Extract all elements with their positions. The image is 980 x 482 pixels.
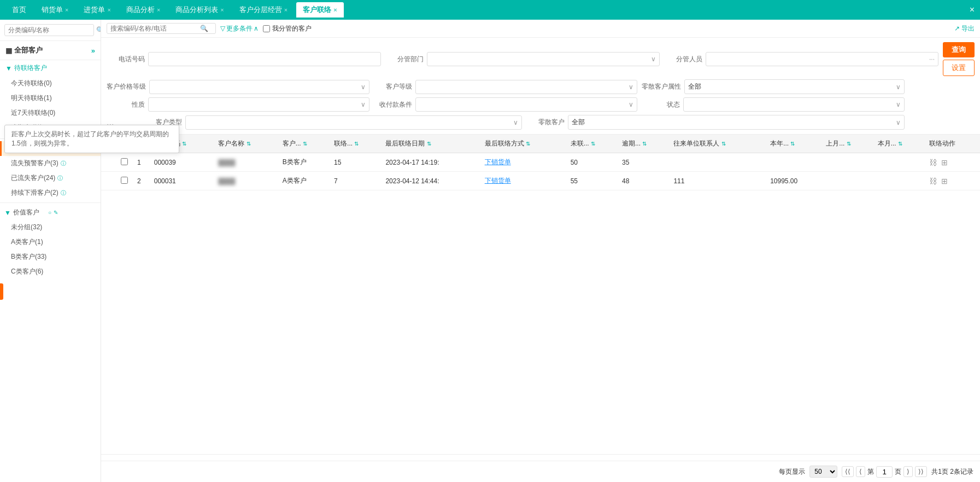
th-category[interactable]: 客户... ⇅: [279, 135, 331, 153]
td-overdue: 48: [619, 172, 670, 190]
person-select[interactable]: ···: [706, 52, 938, 66]
th-overdue[interactable]: 逾期... ⇅: [619, 135, 670, 153]
table-row: 1 000039 ████ B类客户 15 2023-04-17 14:19: …: [101, 153, 980, 172]
customer-type-select[interactable]: ∨: [185, 115, 522, 130]
query-button[interactable]: 查询: [943, 42, 975, 57]
info-icon[interactable]: ⓘ: [57, 175, 63, 182]
filter-status: 状态 ∨: [642, 97, 905, 112]
next-page-button[interactable]: ⟩: [903, 466, 913, 477]
th-this-year[interactable]: 本年... ⇅: [767, 135, 823, 153]
nav-tab-product-list[interactable]: 商品分析列表 ×: [169, 2, 230, 18]
grade-select[interactable]: ∨: [415, 80, 637, 94]
sidebar-item-tomorrow[interactable]: 明天待联络(1): [0, 91, 101, 106]
my-customers-checkbox[interactable]: 我分管的客户: [263, 24, 312, 33]
close-icon[interactable]: ×: [333, 7, 337, 13]
td-code: 000031: [151, 172, 215, 190]
th-last-month[interactable]: 上月... ⇅: [823, 135, 874, 153]
last-page-button[interactable]: ⟩⟩: [915, 466, 927, 477]
settings-button[interactable]: 设置: [943, 60, 975, 76]
close-icon[interactable]: ×: [284, 7, 287, 13]
td-unit-contact: [670, 153, 767, 172]
nav-tab-home[interactable]: 首页: [5, 5, 33, 15]
sidebar-search-input[interactable]: [4, 24, 94, 36]
sidebar-item-declining[interactable]: 持续下滑客户(2) ⓘ: [0, 185, 101, 200]
search-icon[interactable]: 🔍: [200, 25, 208, 32]
row-checkbox[interactable]: [121, 158, 128, 165]
gender-select[interactable]: ∨: [148, 97, 369, 112]
payment-select[interactable]: ∨: [415, 97, 637, 112]
tooltip-popup: 距客户上次交易时长，超过了此客户的平均交易周期的1.5倍，则视为异常。: [4, 125, 179, 153]
prev-page-button[interactable]: ⟨: [856, 466, 865, 477]
link-icon[interactable]: ⛓: [929, 158, 937, 167]
chevron-down-icon: ∨: [896, 101, 901, 108]
grid-icon: ▦: [5, 47, 12, 55]
th-pending[interactable]: 未联... ⇅: [567, 135, 619, 153]
per-page-select[interactable]: 50 100 200: [809, 466, 837, 478]
close-all-button[interactable]: ×: [970, 5, 975, 15]
close-icon[interactable]: ×: [65, 7, 68, 13]
page-label: 第: [867, 467, 874, 477]
search-icon[interactable]: 🔍: [96, 26, 101, 34]
nav-tab-sales[interactable]: 销货单 ×: [35, 2, 75, 18]
chevron-down-icon: ∨: [629, 101, 633, 108]
th-contact[interactable]: 联络... ⇅: [331, 135, 382, 153]
row-checkbox[interactable]: [121, 177, 128, 184]
close-icon[interactable]: ×: [107, 7, 110, 13]
sort-icon: ⇅: [898, 141, 902, 147]
collapse-icon[interactable]: »: [91, 47, 95, 55]
sidebar-item-c-class[interactable]: C类客户(6): [0, 264, 101, 279]
more-conditions-button[interactable]: ▽ 更多条件 ∧: [220, 24, 259, 33]
contact-method-link[interactable]: 下销货单: [485, 158, 511, 166]
nav-tab-product-analysis[interactable]: 商品分析 ×: [120, 2, 167, 18]
per-page-label: 每页显示: [779, 467, 805, 477]
contact-method-link[interactable]: 下销货单: [485, 177, 511, 184]
chevron-down-icon: ∨: [361, 101, 366, 108]
triangle-icon: ▼: [4, 209, 11, 217]
info-icon[interactable]: ⓘ: [61, 189, 66, 197]
grid-action-icon[interactable]: ⊞: [941, 158, 948, 167]
my-customers-check[interactable]: [263, 25, 270, 32]
sort-icon: ⇅: [642, 141, 647, 147]
export-button[interactable]: ↗ 导出: [954, 24, 975, 33]
close-icon[interactable]: ×: [220, 7, 224, 13]
filter-grade: 客户等级 ∨: [374, 80, 637, 94]
td-code: 000039: [151, 153, 215, 172]
th-unit-contact[interactable]: 往来单位联系人 ⇅: [670, 135, 767, 153]
th-last-contact-date[interactable]: 最后联络日期 ⇅: [382, 135, 481, 153]
sidebar-item-churn-warning[interactable]: 流失预警客户(3) ⓘ: [0, 156, 101, 171]
retail-customer-select[interactable]: 全部 ∨: [568, 115, 905, 130]
horizontal-scrollbar[interactable]: [101, 454, 980, 461]
all-customers-title: ▦ 全部客户 »: [0, 41, 101, 60]
sidebar-item-churned[interactable]: 已流失客户(24) ⓘ: [0, 171, 101, 185]
pending-contact-group-title[interactable]: ▼ 待联络客户: [0, 60, 101, 76]
export-icon: ↗: [954, 25, 960, 32]
sidebar-item-a-class[interactable]: A类客户(1): [0, 235, 101, 249]
sidebar-item-unclassified[interactable]: 未分组(32): [0, 220, 101, 235]
info-icon[interactable]: ⓘ: [61, 160, 66, 167]
dept-select[interactable]: ∨: [427, 52, 660, 66]
sidebar-item-today[interactable]: 今天待联络(0): [0, 76, 101, 91]
circle-icon[interactable]: ○: [48, 210, 51, 216]
search-input[interactable]: [110, 25, 198, 32]
pagination: ⟨⟨ ⟨ 第 页 ⟩ ⟩⟩: [842, 466, 927, 478]
price-grade-select[interactable]: ∨: [149, 80, 369, 94]
th-name[interactable]: 客户名称 ⇅: [215, 135, 279, 153]
close-icon[interactable]: ×: [157, 7, 160, 13]
nav-tab-purchase[interactable]: 进货单 ×: [77, 2, 117, 18]
th-this-month[interactable]: 本月... ⇅: [875, 135, 926, 153]
link-icon[interactable]: ⛓: [929, 177, 937, 185]
chevron-down-icon: ∨: [651, 55, 656, 63]
th-last-contact-method[interactable]: 最后联络方式 ⇅: [482, 135, 567, 153]
phone-input[interactable]: [148, 52, 381, 66]
status-select[interactable]: ∨: [683, 97, 905, 112]
sidebar-item-b-class[interactable]: B类客户(33): [0, 249, 101, 264]
page-input[interactable]: [876, 466, 893, 478]
retail-attr-select[interactable]: 全部 ∨: [684, 79, 905, 94]
nav-tab-customer-contact[interactable]: 客户联络 ×: [296, 2, 343, 18]
nav-tab-customer-segment[interactable]: 客户分层经营 ×: [233, 2, 294, 18]
sidebar-item-7days[interactable]: 近7天待联络(0): [0, 106, 101, 120]
table-footer: 每页显示 50 100 200 ⟨⟨ ⟨ 第 页 ⟩ ⟩⟩ 共1页 2条记录: [101, 461, 980, 482]
first-page-button[interactable]: ⟨⟨: [842, 466, 854, 477]
edit-icon[interactable]: ✎: [54, 210, 58, 216]
grid-action-icon[interactable]: ⊞: [941, 177, 948, 185]
